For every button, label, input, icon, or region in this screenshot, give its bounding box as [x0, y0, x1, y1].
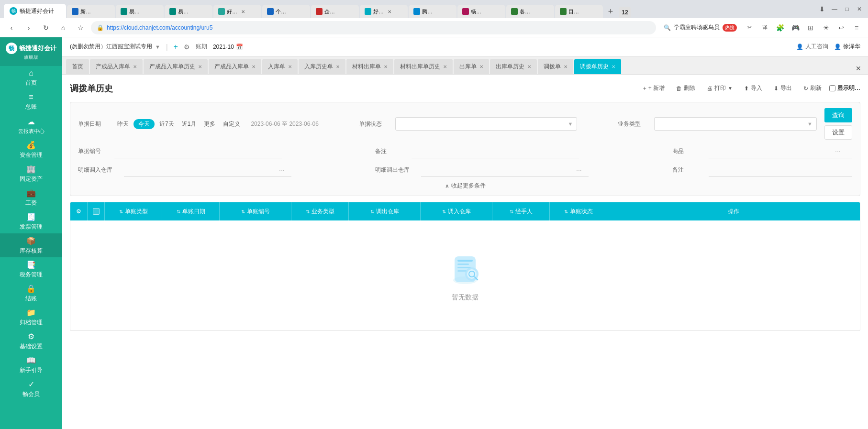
- game-icon[interactable]: 🎮: [789, 21, 802, 34]
- sidebar-item-wage[interactable]: 💼 工资: [0, 186, 62, 209]
- tab-close-icon[interactable]: ✕: [384, 64, 388, 69]
- th-status[interactable]: ⇅ 单账状态: [550, 202, 607, 220]
- sidebar-item-ledger[interactable]: ≡ 总账: [0, 90, 62, 114]
- browser-tab[interactable]: 企…: [311, 5, 359, 18]
- th-date[interactable]: ⇅ 单账日期: [162, 202, 220, 220]
- sidebar-item-basic[interactable]: ⚙ 基础设置: [0, 329, 62, 353]
- remark2-input[interactable]: [709, 164, 852, 177]
- browser-tab[interactable]: 各…: [506, 5, 554, 18]
- window-maximize-icon[interactable]: □: [842, 4, 852, 14]
- week-btn[interactable]: 近7天: [156, 119, 177, 129]
- page-tab-material-out-hist[interactable]: 材料出库单历史 ✕: [394, 59, 453, 74]
- tab-close-icon[interactable]: ✕: [443, 64, 447, 69]
- collapse-button[interactable]: ∧ 收起更多条件: [445, 182, 486, 190]
- today-btn[interactable]: 今天: [134, 119, 155, 129]
- home-button[interactable]: ⌂: [56, 21, 70, 34]
- detail-in-input[interactable]: [124, 163, 277, 176]
- yesterday-btn[interactable]: 昨天: [114, 119, 132, 129]
- page-tab-transfer[interactable]: 调拨单 ✕: [538, 59, 573, 74]
- tab-count-badge[interactable]: 12: [619, 7, 631, 18]
- detail-in-dots[interactable]: ···: [279, 166, 285, 174]
- setting-button[interactable]: 设置: [824, 125, 852, 140]
- browser-tab[interactable]: 腾…: [409, 5, 456, 18]
- goods-dots[interactable]: ···: [835, 147, 841, 155]
- refresh-button[interactable]: ↻: [39, 21, 53, 34]
- tab-close-icon[interactable]: ✕: [527, 64, 531, 69]
- tab-close-icon[interactable]: ✕: [198, 64, 202, 69]
- browser-tab[interactable]: 新…: [67, 5, 115, 18]
- import-button[interactable]: ⬆ 导入: [740, 82, 766, 94]
- tab-close-icon[interactable]: ✕: [241, 9, 245, 14]
- new-tab-button[interactable]: +: [604, 5, 617, 18]
- browser-tab[interactable]: 好… ✕: [360, 5, 408, 18]
- page-tab-in-order[interactable]: 入库单 ✕: [262, 59, 298, 74]
- sidebar-item-asset[interactable]: 🏢 固定资产: [0, 162, 62, 186]
- browser-search-bar[interactable]: 🔍 学霸应聘场驱鸟员 热搜: [664, 23, 737, 32]
- bookmark-button[interactable]: ☆: [74, 21, 87, 34]
- remark-input[interactable]: [412, 145, 579, 158]
- month-btn[interactable]: 近1月: [179, 119, 200, 129]
- status-select[interactable]: ▼: [395, 117, 577, 131]
- menu-icon[interactable]: ≡: [850, 21, 863, 34]
- th-gear[interactable]: ⚙: [70, 202, 88, 220]
- browser-tab[interactable]: 好… ✕: [213, 5, 261, 18]
- export-button[interactable]: ⬇ 导出: [770, 82, 796, 94]
- custom-btn[interactable]: 自定义: [220, 119, 243, 129]
- th-person[interactable]: ⇅ 经手人: [492, 202, 550, 220]
- th-out[interactable]: ⇅ 调出仓库: [349, 202, 421, 220]
- sidebar-item-report[interactable]: ☁ 云报表中心: [0, 114, 62, 138]
- sidebar-item-close[interactable]: 🔒 结账: [0, 281, 62, 305]
- page-tab-in-hist[interactable]: 入库历史单 ✕: [299, 59, 345, 74]
- tab-close-icon[interactable]: ✕: [612, 64, 615, 69]
- show-toggle[interactable]: 显示明…: [829, 84, 860, 92]
- close-all-tabs-btn[interactable]: ✕: [853, 63, 864, 74]
- page-tab-transfer-hist[interactable]: 调拨单历史 ✕: [574, 59, 621, 74]
- biz-type-select[interactable]: ▼: [654, 117, 817, 131]
- sidebar-item-inventory[interactable]: 📦 库存核算: [0, 233, 62, 257]
- new-button[interactable]: + + 新增: [639, 82, 668, 94]
- sidebar-item-guide[interactable]: 📖 新手引导: [0, 353, 62, 377]
- page-tab-product-in[interactable]: 产成品入库单 ✕: [90, 59, 143, 74]
- sidebar-item-fund[interactable]: 💰 资金管理: [0, 138, 62, 162]
- user-info[interactable]: 👤 徐泽华: [834, 43, 860, 51]
- grid-icon[interactable]: ⊞: [804, 21, 817, 34]
- show-checkbox[interactable]: [829, 85, 835, 91]
- settings-btn[interactable]: ⚙: [184, 43, 190, 51]
- window-minimize-icon[interactable]: —: [830, 4, 839, 14]
- browser-tab-active[interactable]: 畅 畅捷通好会计: [4, 4, 66, 18]
- tab-close-icon[interactable]: ✕: [336, 64, 340, 69]
- sidebar-item-invoice[interactable]: 🧾 发票管理: [0, 209, 62, 233]
- page-tab-product-in2[interactable]: 产成品入库单 ✕: [209, 59, 261, 74]
- sidebar-item-archive[interactable]: 📁 归档管理: [0, 305, 62, 329]
- th-checkbox[interactable]: [88, 202, 105, 220]
- forward-button[interactable]: ›: [22, 21, 35, 34]
- window-close-icon[interactable]: ✕: [855, 4, 864, 14]
- page-tab-out-order[interactable]: 出库单 ✕: [454, 59, 489, 74]
- print-button[interactable]: 🖨 打印 ▼: [703, 82, 736, 94]
- th-type[interactable]: ⇅ 单账类型: [105, 202, 162, 220]
- page-tab-out-hist[interactable]: 出库单历史 ✕: [490, 59, 537, 74]
- browser-tab[interactable]: 易…: [116, 5, 164, 18]
- theme-icon[interactable]: ☀: [819, 21, 833, 34]
- period-selector[interactable]: 2021-10 📅: [213, 44, 243, 50]
- refresh-button[interactable]: ↻ 刷新: [800, 82, 825, 94]
- scissors-icon[interactable]: ✂: [743, 21, 756, 34]
- browser-tab[interactable]: 个…: [262, 5, 310, 18]
- page-tab-home[interactable]: 首页: [66, 59, 89, 74]
- tab-close-icon[interactable]: ✕: [252, 64, 256, 69]
- back-button[interactable]: ‹: [5, 21, 18, 34]
- tab-close-icon[interactable]: ✕: [288, 64, 292, 69]
- browser-tab[interactable]: 目…: [555, 5, 603, 18]
- sidebar-item-home[interactable]: ⌂ 首页: [0, 66, 62, 90]
- select-all-checkbox[interactable]: [93, 208, 100, 215]
- goods-input[interactable]: [709, 144, 833, 158]
- tab-close-icon[interactable]: ✕: [388, 9, 391, 14]
- undo-icon[interactable]: ↩: [835, 21, 848, 34]
- more-btn[interactable]: 更多: [201, 119, 218, 129]
- address-bar[interactable]: 🔒 https://cloud.chanjet.com/accounting/u…: [91, 21, 656, 34]
- sidebar-item-tax[interactable]: 📑 税务管理: [0, 257, 62, 281]
- page-tab-product-in-hist[interactable]: 产成品入库单历史 ✕: [144, 59, 208, 74]
- sidebar-item-member[interactable]: ✓ 畅会员: [0, 377, 62, 401]
- new-company-btn[interactable]: +: [174, 43, 178, 51]
- page-tab-material-out[interactable]: 材料出库单 ✕: [346, 59, 393, 74]
